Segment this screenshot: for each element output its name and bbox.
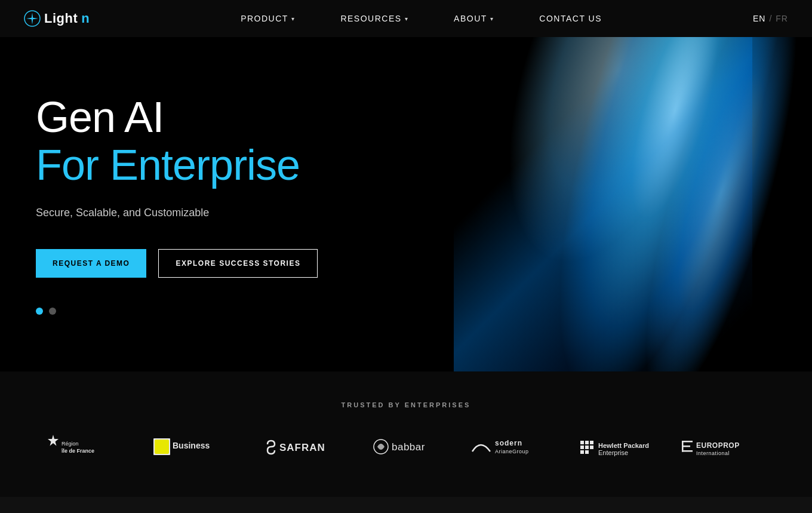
nav-resources[interactable]: RESOURCES ▾ (318, 0, 431, 37)
svg-text:Enterprise: Enterprise (598, 449, 628, 456)
svg-text:Business: Business (173, 441, 210, 450)
chevron-down-icon: ▾ (405, 16, 409, 22)
logo-text: Light (44, 11, 78, 26)
svg-rect-24 (682, 450, 693, 452)
navigation: Lightn PRODUCT ▾ RESOURCES ▾ ABOUT ▾ CON… (0, 0, 812, 37)
carousel-dot-2[interactable] (49, 308, 56, 315)
logo-babbar: babbar (358, 432, 454, 461)
logo[interactable]: Lightn (24, 10, 90, 27)
babbar-logo-svg: babbar (370, 432, 442, 461)
svg-rect-12 (580, 441, 584, 444)
svg-text:sodern: sodern (495, 439, 522, 447)
hero-title-line1: Gen AI (36, 94, 318, 141)
logo-idf: Région île de France (36, 432, 131, 461)
svg-rect-15 (580, 446, 584, 449)
svg-text:EUROPROP: EUROPROP (696, 441, 740, 450)
trusted-section: TRUSTED BY ENTERPRISES Région île de Fra… (0, 371, 812, 497)
svg-text:International: International (696, 450, 730, 456)
svg-rect-5 (155, 440, 169, 454)
language-switcher: EN / FR (753, 14, 788, 23)
carousel-dot-1[interactable] (36, 308, 43, 315)
request-demo-button[interactable]: REQUEST A DEMO (36, 249, 146, 278)
logo-europrop: EUROPROP International (681, 432, 776, 461)
logos-row: Région île de France Business SAFRAN (36, 432, 776, 461)
svg-text:ArianeGroup: ArianeGroup (495, 449, 529, 454)
svg-text:babbar: babbar (392, 441, 425, 453)
svg-rect-14 (590, 441, 593, 444)
logo-orange: Business (143, 432, 239, 461)
svg-rect-17 (590, 446, 593, 449)
hero-section: Gen AI For Enterprise Secure, Scalable, … (0, 37, 812, 371)
orange-logo-svg: Business (152, 432, 230, 461)
chevron-down-icon: ▾ (490, 16, 494, 22)
hp-logo-svg: Hewlett Packard Enterprise (579, 432, 663, 461)
nav-about[interactable]: ABOUT ▾ (431, 0, 516, 37)
safran-logo-svg: SAFRAN (263, 432, 334, 461)
logo-suffix: n (81, 11, 90, 26)
hero-title-line2: For Enterprise (36, 142, 318, 189)
nav-contact[interactable]: CONTACT US (516, 0, 625, 37)
bottom-section (0, 497, 812, 513)
svg-text:Région: Région (61, 441, 79, 447)
explore-stories-button[interactable]: EXPLORE SUCCESS STORIES (158, 249, 318, 278)
nav-product[interactable]: PRODUCT ▾ (218, 0, 318, 37)
lang-separator: / (769, 14, 772, 23)
hero-subtitle: Secure, Scalable, and Customizable (36, 207, 318, 219)
logo-sodern: sodern ArianeGroup (466, 432, 561, 461)
svg-rect-13 (585, 441, 589, 444)
hero-carousel-dots (36, 308, 318, 315)
lang-fr[interactable]: FR (776, 14, 788, 23)
hero-content: Gen AI For Enterprise Secure, Scalable, … (0, 94, 353, 314)
svg-text:Hewlett Packard: Hewlett Packard (598, 442, 649, 449)
idf-logo-svg: Région île de France (45, 432, 122, 461)
europrop-logo-svg: EUROPROP International (681, 432, 776, 461)
hero-buttons: REQUEST A DEMO EXPLORE SUCCESS STORIES (36, 249, 318, 278)
svg-text:île de France: île de France (61, 448, 94, 454)
nav-links: PRODUCT ▾ RESOURCES ▾ ABOUT ▾ CONTACT US (218, 0, 625, 37)
svg-rect-25 (682, 441, 684, 452)
svg-rect-16 (585, 446, 589, 449)
chevron-down-icon: ▾ (291, 16, 296, 22)
svg-rect-22 (682, 441, 693, 443)
svg-text:SAFRAN: SAFRAN (279, 442, 325, 453)
logo-safran: SAFRAN (251, 432, 346, 461)
svg-rect-19 (585, 450, 589, 454)
logo-icon (24, 10, 41, 27)
lang-en[interactable]: EN (753, 14, 765, 23)
sodern-logo-svg: sodern ArianeGroup (469, 432, 558, 461)
trusted-label: TRUSTED BY ENTERPRISES (36, 401, 776, 408)
svg-rect-18 (580, 450, 584, 454)
svg-marker-3 (48, 435, 59, 446)
logo-hp: Hewlett Packard Enterprise (573, 432, 669, 461)
